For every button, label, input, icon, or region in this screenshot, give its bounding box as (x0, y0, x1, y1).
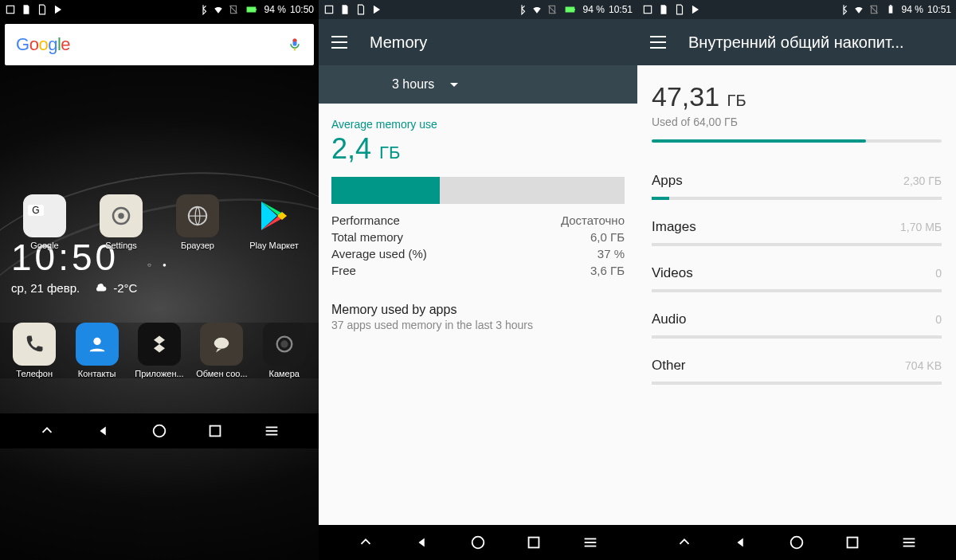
storage-used-value: 47,31 ГБ (652, 81, 942, 112)
svg-rect-28 (325, 6, 332, 13)
svg-rect-24 (210, 426, 221, 437)
memory-stat-row: PerformanceДостаточно (331, 212, 625, 229)
memory-bar (331, 177, 625, 204)
sd-icon (21, 4, 32, 15)
stat-key: Average used (%) (331, 247, 427, 260)
category-value: 2,30 ГБ (903, 174, 942, 187)
hamburger-icon[interactable] (331, 36, 347, 49)
nav-home-icon[interactable] (151, 422, 168, 440)
svg-point-19 (93, 338, 100, 345)
app-browser[interactable]: Браузер (169, 194, 226, 250)
dock-apps[interactable]: Приложен... (131, 323, 188, 378)
storage-category[interactable]: Audio0 (652, 292, 942, 339)
memory-settings-screen: 94 % 10:51 Memory 3 hours Average memory… (319, 0, 637, 560)
nav-back-icon[interactable] (732, 534, 750, 551)
category-name: Other (652, 358, 686, 374)
dock-phone[interactable]: Телефон (6, 323, 63, 378)
svg-point-23 (154, 425, 166, 437)
nav-voice-icon[interactable] (357, 534, 374, 551)
svg-rect-0 (6, 6, 14, 13)
app-bar: Внутренний общий накопит... (637, 19, 956, 65)
nav-back-icon[interactable] (95, 422, 112, 440)
play-icon (690, 4, 701, 15)
storage-category[interactable]: Other704 KB (652, 339, 942, 385)
category-bar (652, 243, 942, 246)
home-screen: 94 % 10:50 Google 10:50 ср, 21 февр. -2°… (0, 0, 319, 560)
stat-key: Total memory (331, 230, 403, 244)
battery-icon (884, 4, 898, 15)
storage-category[interactable]: Apps2,30 ГБ (652, 154, 942, 200)
status-bar: 94 % 10:51 (637, 0, 956, 19)
stat-value: 37 % (598, 247, 625, 260)
app-google-folder[interactable]: G Google (16, 194, 73, 250)
no-sim-icon (547, 4, 558, 15)
nav-bar (0, 413, 319, 448)
mic-icon[interactable] (287, 37, 303, 53)
wifi-icon (853, 4, 864, 15)
google-logo: Google (16, 34, 70, 55)
dock-contacts[interactable]: Контакты (69, 323, 126, 378)
svg-rect-33 (574, 9, 574, 10)
page-indicator: ○ ● (0, 261, 319, 268)
category-value: 704 KB (905, 359, 942, 372)
category-value: 0 (935, 267, 942, 280)
svg-rect-4 (247, 7, 255, 12)
nav-bar (319, 525, 637, 560)
sim-icon (355, 4, 366, 15)
stat-value: 6,0 ГБ (590, 230, 625, 244)
nav-recent-icon[interactable] (844, 534, 861, 551)
sim-icon (37, 4, 48, 15)
google-search-bar[interactable]: Google (5, 24, 314, 65)
svg-rect-32 (566, 7, 574, 12)
nav-menu-icon[interactable] (900, 534, 918, 551)
app-bar: Memory (319, 19, 637, 65)
svg-rect-43 (889, 5, 891, 6)
nav-home-icon[interactable] (469, 534, 487, 551)
nav-back-icon[interactable] (413, 534, 431, 551)
nav-voice-icon[interactable] (676, 534, 693, 551)
dock-camera[interactable]: Камера (256, 323, 313, 378)
memory-stat-row: Free3,6 ГБ (331, 262, 625, 279)
timespan-dropdown[interactable]: 3 hours (319, 65, 637, 104)
bluetooth-icon (516, 4, 527, 15)
nav-recent-icon[interactable] (206, 422, 224, 440)
svg-rect-5 (255, 9, 256, 10)
play-icon (53, 4, 64, 15)
storage-bar (652, 139, 942, 143)
memory-stat-row: Total memory6,0 ГБ (331, 229, 625, 245)
app-settings[interactable]: Settings (92, 194, 150, 250)
svg-point-17 (118, 213, 124, 219)
storage-used-sub: Used of 64,00 ГБ (652, 116, 942, 128)
nav-recent-icon[interactable] (525, 534, 543, 551)
timespan-label: 3 hours (392, 77, 434, 92)
play-icon (371, 4, 382, 15)
nav-home-icon[interactable] (788, 534, 805, 551)
status-bar: 94 % 10:51 (319, 0, 637, 19)
svg-rect-39 (644, 6, 651, 13)
memory-stat-row: Average used (%)37 % (331, 245, 625, 262)
app-play-market[interactable]: Play Маркет (245, 194, 303, 250)
storage-category[interactable]: Videos0 (652, 246, 942, 292)
apps-memory-title[interactable]: Memory used by apps (331, 303, 625, 317)
memory-bar-fill (331, 177, 440, 204)
avg-memory-value: 2,4 ГБ (331, 132, 625, 166)
nav-bar (637, 525, 956, 560)
dock-messages[interactable]: Обмен соо... (193, 323, 250, 378)
widget-date: ср, 21 февр. (11, 281, 80, 295)
storage-category[interactable]: Images1,70 МБ (652, 200, 942, 246)
svg-rect-8 (293, 39, 297, 42)
battery-pct: 94 % (264, 4, 286, 15)
svg-point-34 (472, 537, 484, 549)
nav-menu-icon[interactable] (582, 534, 599, 551)
svg-point-44 (791, 537, 803, 549)
nav-menu-icon[interactable] (263, 422, 280, 440)
bluetooth-icon (198, 4, 209, 15)
screenshot-icon (323, 4, 335, 15)
nav-voice-icon[interactable] (38, 422, 56, 440)
apps-memory-sub: 37 apps used memory in the last 3 hours (331, 319, 625, 331)
hamburger-icon[interactable] (650, 36, 666, 49)
category-name: Apps (652, 173, 683, 189)
battery-pct: 94 % (583, 4, 605, 15)
app-row: G Google Settings Браузер Play Маркет (0, 194, 319, 250)
avg-memory-label: Average memory use (331, 118, 625, 131)
